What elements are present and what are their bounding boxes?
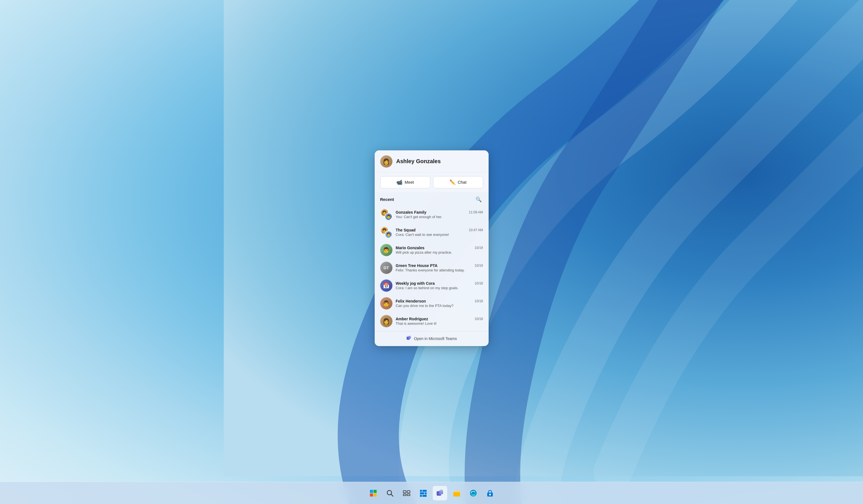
chat-item-amber-rodriguez[interactable]: 👩 Amber Rodriguez 10/18 That is awesome!… [375, 312, 489, 330]
chat-preview: Felix: Thanks everyone for attending tod… [396, 268, 483, 272]
chat-avatar-green-tree-house: GT [380, 261, 392, 274]
chat-content-the-squad: The Squad 10:47 AM Cora: Can't wait to s… [396, 228, 483, 236]
chat-name: Gonzales Family [396, 210, 426, 215]
chat-name-row: Weekly jog with Cora 10/18 [396, 281, 483, 285]
chat-name: Amber Rodriguez [396, 316, 428, 321]
user-name: Ashley Gonzales [396, 158, 441, 164]
edge-icon [470, 489, 477, 497]
swirl-decoration [224, 0, 863, 504]
chat-avatar-the-squad: 👧 🧑 [380, 226, 392, 238]
chat-name-row: Mario Gonzales 10/19 [396, 245, 483, 250]
svg-rect-16 [420, 492, 424, 494]
chat-list: 👩 👨 Gonzales Family 11:09 AM You: Can't … [375, 206, 489, 331]
chat-content-felix-henderson: Felix Henderson 10/18 Can you drive me t… [396, 299, 483, 308]
chat-avatar-gonzales-family: 👩 👨 [380, 208, 392, 220]
chat-avatar-mario-gonzales: 👨 [380, 244, 392, 256]
chat-item-green-tree-house[interactable]: GT Green Tree House PTA 10/19 Felix: Tha… [375, 259, 489, 276]
chat-avatar-felix-henderson: 👨 [380, 297, 392, 309]
chat-name: The Squad [396, 228, 416, 232]
chat-item-felix-henderson[interactable]: 👨 Felix Henderson 10/18 Can you drive me… [375, 294, 489, 312]
chat-name-row: Gonzales Family 11:09 AM [396, 210, 483, 215]
chat-name-row: Green Tree House PTA 10/19 [396, 263, 483, 268]
task-view-icon [403, 489, 411, 497]
svg-point-22 [440, 490, 442, 492]
chat-item-weekly-jog[interactable]: 📅 Weekly jog with Cora 10/18 Cora: I am … [375, 276, 489, 294]
teams-panel: 👩 Ashley Gonzales 📹 Meet ✏️ Chat Recent … [375, 150, 489, 346]
chat-item-gonzales-family[interactable]: 👩 👨 Gonzales Family 11:09 AM You: Can't … [375, 206, 489, 223]
chat-preview: Cora: Can't wait to see everyone! [396, 232, 483, 236]
chat-content-mario-gonzales: Mario Gonzales 10/19 Will pick up pizza … [396, 245, 483, 254]
svg-point-3 [409, 335, 411, 337]
file-explorer-icon [453, 489, 461, 497]
widgets-icon [420, 489, 427, 497]
chat-time: 10/19 [474, 246, 483, 250]
user-avatar: 👩 [380, 155, 392, 167]
chat-avatar-weekly-jog: 📅 [380, 279, 392, 292]
taskbar-start-button[interactable] [366, 486, 380, 500]
chat-item-the-squad[interactable]: 👧 🧑 The Squad 10:47 AM Cora: Can't wait … [375, 223, 489, 241]
meet-icon: 📹 [396, 179, 402, 185]
taskbar-teams-button[interactable] [433, 486, 447, 500]
store-icon [486, 489, 494, 497]
svg-rect-12 [403, 494, 406, 496]
chat-time: 10:47 AM [469, 228, 483, 232]
taskbar-search-button[interactable] [383, 486, 397, 500]
chat-content-green-tree-house: Green Tree House PTA 10/19 Felix: Thanks… [396, 263, 483, 272]
svg-rect-26 [489, 494, 491, 495]
recent-section: Recent 🔍 👩 👨 Gonzales Family 11:09 AM Yo… [375, 192, 489, 331]
recent-label: Recent [380, 197, 394, 202]
chat-time: 10/18 [474, 299, 483, 303]
recent-header: Recent 🔍 [375, 192, 489, 206]
meet-button[interactable]: 📹 Meet [380, 176, 430, 188]
taskbar-edge-button[interactable] [466, 486, 480, 500]
chat-name: Mario Gonzales [396, 245, 424, 250]
svg-rect-13 [407, 494, 410, 496]
chat-time: 10/18 [474, 281, 483, 285]
chat-time: 10/19 [474, 263, 483, 268]
search-recent-button[interactable]: 🔍 [474, 195, 483, 204]
svg-rect-19 [423, 495, 427, 497]
search-icon [386, 489, 394, 497]
teams-icon [406, 335, 412, 342]
taskbar-store-button[interactable] [483, 486, 497, 500]
open-teams-label: Open in Microsoft Teams [414, 336, 457, 341]
taskbar-widgets-button[interactable] [416, 486, 430, 500]
chat-preview: You: Can't get enough of her. [396, 215, 483, 219]
svg-rect-5 [374, 490, 377, 493]
chat-name: Weekly jog with Cora [396, 281, 435, 285]
chat-name-row: Amber Rodriguez 10/18 [396, 316, 483, 321]
taskbar-file-explorer-button[interactable] [449, 486, 464, 500]
chat-time: 11:09 AM [469, 210, 483, 214]
meet-label: Meet [405, 180, 414, 184]
chat-content-amber-rodriguez: Amber Rodriguez 10/18 That is awesome! L… [396, 316, 483, 325]
action-buttons: 📹 Meet ✏️ Chat [375, 172, 489, 192]
svg-rect-7 [374, 493, 377, 496]
svg-rect-18 [420, 495, 422, 497]
taskbar-task-view-button[interactable] [399, 486, 414, 500]
chat-content-weekly-jog: Weekly jog with Cora 10/18 Cora: I am so… [396, 281, 483, 290]
chat-name-row: The Squad 10:47 AM [396, 228, 483, 232]
chat-avatar-amber-rodriguez: 👩 [380, 315, 392, 327]
chat-preview: Will pick up pizza after my practice. [396, 250, 483, 254]
open-teams-footer[interactable]: Open in Microsoft Teams [375, 331, 489, 346]
svg-rect-14 [420, 490, 422, 492]
chat-preview: Can you drive me to the PTA today? [396, 303, 483, 308]
chat-name: Green Tree House PTA [396, 263, 438, 268]
teams-logo-icon [406, 335, 412, 341]
svg-line-9 [391, 494, 393, 496]
chat-preview: That is awesome! Love it! [396, 321, 483, 325]
taskbar [0, 482, 863, 504]
windows-logo-icon [370, 489, 377, 497]
chat-content-gonzales-family: Gonzales Family 11:09 AM You: Can't get … [396, 210, 483, 219]
chat-preview: Cora: I am so behind on my step goals. [396, 286, 483, 290]
chat-time: 10/18 [474, 317, 483, 321]
svg-rect-17 [425, 492, 427, 494]
svg-rect-11 [407, 491, 410, 493]
chat-button[interactable]: ✏️ Chat [433, 176, 483, 188]
chat-name: Felix Henderson [396, 299, 426, 303]
chat-item-mario-gonzales[interactable]: 👨 Mario Gonzales 10/19 Will pick up pizz… [375, 241, 489, 259]
panel-header: 👩 Ashley Gonzales [375, 150, 489, 172]
svg-rect-4 [370, 490, 373, 493]
teams-taskbar-icon [436, 489, 444, 497]
svg-rect-6 [370, 493, 373, 496]
